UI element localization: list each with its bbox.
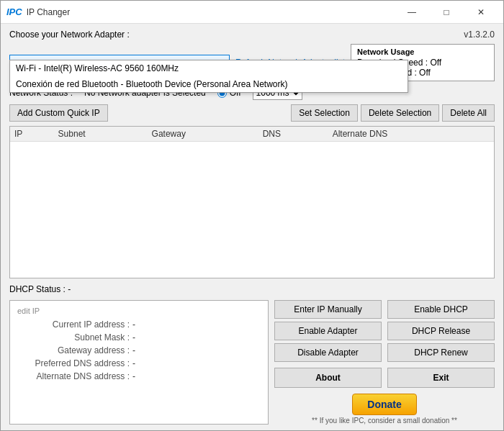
btn-row-1: Enter IP Manually Enable DHCP xyxy=(274,300,495,319)
current-ip-label: Current IP address : xyxy=(17,319,132,330)
btn-row-2: Enable Adapter DHCP Release xyxy=(274,322,495,340)
app-title: IP Changer xyxy=(27,7,395,17)
gateway-row: Gateway address : - xyxy=(17,344,261,357)
col-subnet: Subnet xyxy=(54,127,148,142)
upload-value: Off xyxy=(419,68,431,78)
alt-dns-value: - xyxy=(132,371,135,381)
col-ip: IP xyxy=(10,127,54,142)
edit-ip-header: edit IP xyxy=(17,307,261,315)
donate-text: ** If you like IPC, consider a small don… xyxy=(312,417,457,425)
dns-row: Preferred DNS address : - xyxy=(17,357,261,370)
subnet-label: Subnet Mask : xyxy=(17,332,132,342)
adapter-dropdown[interactable]: Wi-Fi - Intel(R) Wireless-AC 9560 160MHz… xyxy=(9,60,408,93)
dropdown-item-wifi[interactable]: Wi-Fi - Intel(R) Wireless-AC 9560 160MHz xyxy=(10,60,408,76)
col-alt-dns: Alternate DNS xyxy=(328,127,494,142)
dns-value: - xyxy=(132,358,135,368)
enable-adapter-button[interactable]: Enable Adapter xyxy=(274,322,382,340)
dns-label: Preferred DNS address : xyxy=(17,358,132,368)
ip-table: IP Subnet Gateway DNS Alternate DNS xyxy=(10,127,494,142)
btn-row-about-exit: About Exit xyxy=(274,368,495,388)
maximize-button[interactable]: □ xyxy=(430,1,463,24)
enter-ip-button[interactable]: Enter IP Manually xyxy=(274,300,382,319)
alt-dns-label: Alternate DNS address : xyxy=(17,371,132,381)
disable-adapter-button[interactable]: Disable Adapter xyxy=(274,343,382,362)
donate-section: Donate ** If you like IPC, consider a sm… xyxy=(274,394,495,425)
right-panel: Enter IP Manually Enable DHCP Enable Ada… xyxy=(274,300,495,425)
dropdown-item-bluetooth[interactable]: Conexión de red Bluetooth - Bluetooth De… xyxy=(10,76,408,92)
gateway-label: Gateway address : xyxy=(17,345,132,355)
app-icon: IPC xyxy=(6,6,22,17)
dhcp-value: - xyxy=(68,284,71,294)
title-bar: IPC IP Changer — □ ✕ xyxy=(1,1,503,24)
alt-dns-row: Alternate DNS address : - xyxy=(17,370,261,383)
set-selection-button[interactable]: Set Selection xyxy=(291,104,358,122)
network-usage-title: Network Usage xyxy=(357,47,488,56)
dhcp-renew-button[interactable]: DHCP Renew xyxy=(387,343,495,362)
toolbar: Add Custom Quick IP Set Selection Delete… xyxy=(9,104,495,122)
edit-ip-box: edit IP Current IP address : - Subnet Ma… xyxy=(9,300,269,425)
window-controls: — □ ✕ xyxy=(395,1,498,24)
subnet-row: Subnet Mask : - xyxy=(17,331,261,344)
download-value: Off xyxy=(430,58,441,68)
adapter-row: Refresh Network Adapter list Wi-Fi - Int… xyxy=(9,44,495,81)
close-button[interactable]: ✕ xyxy=(464,1,498,24)
add-custom-ip-button[interactable]: Add Custom Quick IP xyxy=(9,104,108,122)
dhcp-row: DHCP Status : - xyxy=(9,284,495,294)
gateway-value: - xyxy=(132,345,135,355)
col-dns: DNS xyxy=(258,127,328,142)
enable-dhcp-button[interactable]: Enable DHCP xyxy=(387,300,495,319)
app-window: IPC IP Changer — □ ✕ Choose your Network… xyxy=(0,0,504,431)
col-gateway: Gateway xyxy=(148,127,258,142)
current-ip-row: Current IP address : - xyxy=(17,318,261,331)
top-row: Choose your Network Adapter : v1.3.2.0 xyxy=(9,30,495,40)
version-label: v1.3.2.0 xyxy=(464,30,495,40)
current-ip-value: - xyxy=(132,319,135,330)
donate-button[interactable]: Donate xyxy=(352,394,416,415)
main-content: Choose your Network Adapter : v1.3.2.0 R… xyxy=(1,24,503,430)
adapter-label: Choose your Network Adapter : xyxy=(9,30,130,40)
minimize-button[interactable]: — xyxy=(395,1,428,24)
btn-row-3: Disable Adapter DHCP Renew xyxy=(274,343,495,362)
dhcp-release-button[interactable]: DHCP Release xyxy=(387,322,495,340)
ip-table-container: IP Subnet Gateway DNS Alternate DNS xyxy=(9,126,495,278)
about-button[interactable]: About xyxy=(274,368,382,388)
delete-selection-button[interactable]: Delete Selection xyxy=(361,104,439,122)
delete-all-button[interactable]: Delete All xyxy=(442,104,495,122)
bottom-section: edit IP Current IP address : - Subnet Ma… xyxy=(9,300,495,425)
dhcp-label: DHCP Status : xyxy=(9,284,66,294)
exit-button[interactable]: Exit xyxy=(387,368,495,388)
subnet-value: - xyxy=(132,332,135,342)
